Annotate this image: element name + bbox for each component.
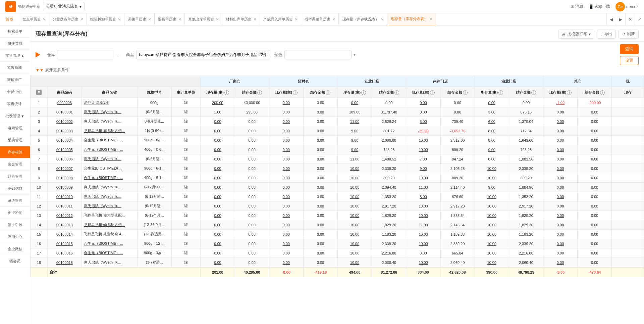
row-name[interactable]: 爱他美 卓萃3段 xyxy=(82,98,137,107)
row-code[interactable]: 00100013 xyxy=(47,220,82,230)
row-zc-qty[interactable]: -1.00 xyxy=(543,98,577,107)
row-jb-qty[interactable]: 10.00 xyxy=(337,192,372,201)
row-zc-qty[interactable]: 0.00 xyxy=(543,107,577,117)
tab-1-close[interactable]: ✕ xyxy=(43,17,46,21)
row-jb-qty[interactable]: 10.00 xyxy=(337,211,372,220)
goods-input[interactable] xyxy=(136,50,270,59)
row-code[interactable]: 00100018 xyxy=(47,258,82,268)
tab-5-close[interactable]: ✕ xyxy=(178,17,181,21)
row-code[interactable]: 00100009 xyxy=(47,183,82,192)
tab-6[interactable]: 其他出库单历史 ✕ xyxy=(185,13,222,26)
row-code[interactable]: 00100008 xyxy=(47,173,82,183)
query-btn[interactable]: 查询 xyxy=(620,44,639,54)
sidebar-item-wholesale[interactable]: 批发管理 ▼ xyxy=(0,110,30,122)
row-mc-qty[interactable]: 0.00 xyxy=(269,211,303,220)
row-na-qty[interactable]: 10.00 xyxy=(406,145,440,154)
row-yb-qty[interactable]: 10.00 xyxy=(475,258,509,268)
row-name[interactable]: 飞鹤星飞帆 较大婴儿配... xyxy=(82,211,137,220)
row-na-qty[interactable]: 3.00 xyxy=(406,248,440,258)
sidebar-item-retail-stats[interactable]: 零售统计 xyxy=(0,98,30,110)
tab-5[interactable]: 要货单历史 ✕ xyxy=(155,13,185,26)
row-cj-qty[interactable]: 1.00 xyxy=(201,107,235,117)
tab-2[interactable]: 分量盘点单历史 ✕ xyxy=(49,13,87,26)
row-code[interactable]: 00100005 xyxy=(47,145,82,154)
row-cj-qty[interactable]: 0.00 xyxy=(201,117,235,126)
org-selector[interactable]: 母婴行业演示陈套 ▾ xyxy=(43,2,85,11)
row-jb-qty[interactable]: 0.00 xyxy=(337,98,372,107)
row-mc-qty[interactable]: 0.00 xyxy=(269,164,303,173)
row-jb-qty[interactable]: 109.00 xyxy=(337,107,372,117)
row-mc-qty[interactable]: 0.00 xyxy=(269,173,303,183)
tab-9-close[interactable]: ✕ xyxy=(332,17,335,21)
row-cj-qty[interactable]: 0.00 xyxy=(201,220,235,230)
row-mc-qty[interactable]: 0.00 xyxy=(269,239,303,248)
sidebar-item-member[interactable]: 会员中心 xyxy=(0,86,30,98)
sidebar-item-search[interactable]: 搜索英单 xyxy=(0,26,30,38)
tab-10[interactable]: 现存量（库存状况表） ✕ xyxy=(339,13,387,26)
row-na-qty[interactable]: 10.00 xyxy=(406,230,440,239)
table-settings-icon[interactable]: ⚙ xyxy=(36,90,42,95)
sidebar-item-guide[interactable]: 新手引导 xyxy=(0,219,30,231)
row-name[interactable]: 合生元(BIOSTIME)派... xyxy=(82,164,137,173)
row-name[interactable]: 惠氏启赋（Wyeth illu... xyxy=(82,183,137,192)
info-cj-amt[interactable]: i xyxy=(257,90,262,95)
row-code[interactable]: 00100015 xyxy=(47,239,82,248)
row-cj-qty[interactable]: 0.00 xyxy=(201,211,235,220)
sidebar-item-retail-mall[interactable]: 零售商城 xyxy=(0,62,30,74)
row-cj-qty[interactable]: 0.00 xyxy=(201,126,235,136)
tab-3[interactable]: 组装拆卸单历史 ✕ xyxy=(87,13,124,26)
filter-expand[interactable]: ▼▼ 展开更多条件 xyxy=(36,67,639,73)
row-yb-qty[interactable]: 10.00 xyxy=(475,230,509,239)
row-jb-qty[interactable]: 9.00 xyxy=(337,126,372,136)
row-zc-qty[interactable]: 0.00 xyxy=(543,201,577,211)
row-zc-qty[interactable]: 0.00 xyxy=(543,136,577,145)
row-code[interactable]: 0000003 xyxy=(47,98,82,107)
row-name[interactable]: 合生元（BIOSTIME）... xyxy=(82,173,137,183)
row-code[interactable]: 00100014 xyxy=(47,230,82,239)
row-cj-qty[interactable]: 0.00 xyxy=(201,154,235,164)
tab-1[interactable]: 盘点单历史 ✕ xyxy=(19,13,49,26)
row-mc-qty[interactable]: 0.00 xyxy=(269,117,303,126)
row-zc-qty[interactable]: 0.00 xyxy=(543,183,577,192)
row-cj-qty[interactable]: 0.00 xyxy=(201,145,235,154)
sidebar-item-marketing[interactable]: 营销推广 xyxy=(0,74,30,86)
row-zc-qty[interactable]: 0.00 xyxy=(543,192,577,201)
row-mc-qty[interactable]: 0.00 xyxy=(269,258,303,268)
sidebar-item-app-center[interactable]: 应用中心 xyxy=(0,231,30,243)
warehouse-input[interactable] xyxy=(57,50,113,59)
sidebar-item-vip[interactable]: 畅会员 xyxy=(0,255,30,267)
sidebar-item-finance[interactable]: 资金管理 xyxy=(0,158,30,171)
row-cj-qty[interactable]: 0.00 xyxy=(201,183,235,192)
row-name[interactable]: 合生元（BIOSTIME）... xyxy=(82,145,137,154)
row-yb-qty[interactable]: 0.00 xyxy=(475,98,509,107)
warehouse-dots[interactable]: ... xyxy=(115,52,122,57)
tab-close-all-btn[interactable]: ✕ xyxy=(625,13,635,26)
row-zc-qty[interactable]: 0.00 xyxy=(543,154,577,164)
row-na-qty[interactable]: 0.00 xyxy=(406,107,440,117)
row-yb-qty[interactable]: 6.00 xyxy=(475,117,509,126)
row-zc-qty[interactable]: 0.00 xyxy=(543,126,577,136)
row-code[interactable]: 00100012 xyxy=(47,211,82,220)
row-yb-qty[interactable]: 10.00 xyxy=(475,248,509,258)
row-cj-qty[interactable]: 200.00 xyxy=(201,98,235,107)
row-cj-qty[interactable]: 0.00 xyxy=(201,192,235,201)
row-mc-qty[interactable]: 0.00 xyxy=(269,136,303,145)
row-cj-qty[interactable]: 0.00 xyxy=(201,248,235,258)
info-zc-amt[interactable]: i xyxy=(600,90,605,95)
row-code[interactable]: 00100010 xyxy=(47,192,82,201)
row-name[interactable]: 惠氏启赋（Wyeth illu... xyxy=(82,154,137,164)
tab-6-close[interactable]: ✕ xyxy=(216,17,219,21)
row-cj-qty[interactable]: 0.00 xyxy=(201,164,235,173)
sidebar-item-ecommerce[interactable]: 电商管理 xyxy=(0,122,30,134)
info-na-amt[interactable]: i xyxy=(463,90,468,95)
row-jb-qty[interactable]: 10.00 xyxy=(337,239,372,248)
row-name[interactable]: 飞鹤星飞帆 婴儿配方奶... xyxy=(82,126,137,136)
row-na-qty[interactable]: 11.00 xyxy=(406,183,440,192)
row-zc-qty[interactable]: 0.00 xyxy=(543,117,577,126)
row-na-qty[interactable]: -39.00 xyxy=(406,126,440,136)
row-yb-qty[interactable]: 9.00 xyxy=(475,145,509,154)
tab-3-close[interactable]: ✕ xyxy=(118,17,121,21)
row-name[interactable]: 合生元（BIOSTIME）... xyxy=(82,136,137,145)
row-zc-qty[interactable]: 0.00 xyxy=(543,220,577,230)
row-jb-qty[interactable]: 11.00 xyxy=(337,117,372,126)
